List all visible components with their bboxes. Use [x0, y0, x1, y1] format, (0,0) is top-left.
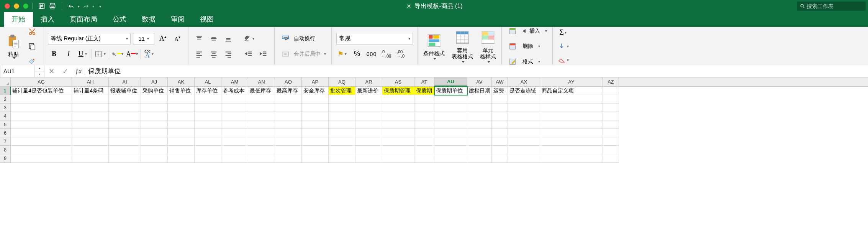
- cell-AN4[interactable]: [248, 112, 275, 120]
- cell-AP7[interactable]: [302, 137, 329, 146]
- cell-AR7[interactable]: [355, 137, 382, 146]
- row-header-4[interactable]: 4: [0, 112, 11, 120]
- column-header-AM[interactable]: AM: [221, 77, 248, 86]
- cell-AN1[interactable]: 最低库存: [248, 87, 275, 95]
- cell-AY9[interactable]: [540, 154, 603, 163]
- cell-AK8[interactable]: [168, 146, 195, 154]
- cell-AK5[interactable]: [168, 120, 195, 129]
- align-center-button[interactable]: [208, 48, 220, 60]
- zoom-window-button[interactable]: [23, 3, 28, 9]
- cell-AQ8[interactable]: [329, 146, 355, 154]
- cell-AW5[interactable]: [492, 120, 508, 129]
- column-header-AT[interactable]: AT: [414, 77, 434, 86]
- align-bottom-button[interactable]: [222, 33, 234, 44]
- cell-AJ7[interactable]: [141, 137, 168, 146]
- column-header-AJ[interactable]: AJ: [141, 77, 168, 86]
- cell-AR3[interactable]: [355, 104, 382, 112]
- cell-AM9[interactable]: [221, 154, 248, 163]
- cell-AI5[interactable]: [109, 120, 141, 129]
- cell-AM8[interactable]: [221, 146, 248, 154]
- cell-AY3[interactable]: [540, 104, 603, 112]
- cell-AN9[interactable]: [248, 154, 275, 163]
- cell-AQ1[interactable]: 批次管理: [329, 87, 355, 95]
- cell-AQ6[interactable]: [329, 129, 355, 137]
- redo-button[interactable]: [80, 1, 91, 12]
- cell-AX5[interactable]: [508, 120, 540, 129]
- cell-AO6[interactable]: [275, 129, 302, 137]
- row-header-5[interactable]: 5: [0, 120, 11, 129]
- clear-button[interactable]: ▾: [557, 54, 570, 66]
- cell-AW2[interactable]: [492, 95, 508, 104]
- row-header-1[interactable]: 1: [0, 87, 11, 95]
- cell-AN7[interactable]: [248, 137, 275, 146]
- copy-button[interactable]: [26, 41, 38, 52]
- cell-AY1[interactable]: 商品自定义项: [540, 87, 603, 95]
- cell-AH1[interactable]: 辅计量4条码: [72, 87, 109, 95]
- cell-AQ5[interactable]: [329, 120, 355, 129]
- cell-AQ2[interactable]: [329, 95, 355, 104]
- tab-数据[interactable]: 数据: [134, 12, 163, 27]
- cell-AO5[interactable]: [275, 120, 302, 129]
- cell-AS5[interactable]: [382, 120, 414, 129]
- row-header-9[interactable]: 9: [0, 154, 11, 163]
- cell-AY8[interactable]: [540, 146, 603, 154]
- row-header-3[interactable]: 3: [0, 104, 11, 112]
- cell-AU4[interactable]: [434, 112, 467, 120]
- cell-AU9[interactable]: [434, 154, 467, 163]
- cell-AX7[interactable]: [508, 137, 540, 146]
- cell-AH8[interactable]: [72, 146, 109, 154]
- cell-AR6[interactable]: [355, 129, 382, 137]
- column-header-AN[interactable]: AN: [248, 77, 275, 86]
- delete-dropdown[interactable]: ▾: [537, 44, 541, 48]
- phonetic-button[interactable]: abcA▾: [143, 48, 156, 60]
- cell-AG5[interactable]: [11, 120, 72, 129]
- comma-button[interactable]: 000: [365, 48, 378, 60]
- cell-AK2[interactable]: [168, 95, 195, 104]
- delete-cells-button[interactable]: [506, 41, 519, 52]
- cell-AJ3[interactable]: [141, 104, 168, 112]
- cell-AZ6[interactable]: [603, 129, 619, 137]
- tab-开始[interactable]: 开始: [4, 12, 33, 27]
- cell-AK4[interactable]: [168, 112, 195, 120]
- cell-AT5[interactable]: [414, 120, 434, 129]
- underline-button[interactable]: U▾: [77, 48, 89, 60]
- cell-AG9[interactable]: [11, 154, 72, 163]
- cell-AL6[interactable]: [195, 129, 221, 137]
- cell-AG8[interactable]: [11, 146, 72, 154]
- cell-AR8[interactable]: [355, 146, 382, 154]
- cell-AJ6[interactable]: [141, 129, 168, 137]
- cell-AQ3[interactable]: [329, 104, 355, 112]
- column-header-AP[interactable]: AP: [302, 77, 329, 86]
- insert-dropdown[interactable]: ▾: [544, 29, 548, 33]
- cell-AG4[interactable]: [11, 112, 72, 120]
- cell-AL2[interactable]: [195, 95, 221, 104]
- cell-AX8[interactable]: [508, 146, 540, 154]
- cell-AX3[interactable]: [508, 104, 540, 112]
- cell-AO2[interactable]: [275, 95, 302, 104]
- cell-AS7[interactable]: [382, 137, 414, 146]
- font-color-button[interactable]: A ▾: [126, 48, 138, 60]
- cell-AV6[interactable]: [467, 129, 492, 137]
- cell-AR5[interactable]: [355, 120, 382, 129]
- cell-AL7[interactable]: [195, 137, 221, 146]
- column-header-AV[interactable]: AV: [467, 77, 492, 86]
- cell-AW4[interactable]: [492, 112, 508, 120]
- cell-AK7[interactable]: [168, 137, 195, 146]
- cell-AI8[interactable]: [109, 146, 141, 154]
- decrease-indent-button[interactable]: [243, 48, 255, 60]
- align-top-button[interactable]: [193, 33, 205, 44]
- cell-AU1[interactable]: 保质期单位: [434, 87, 467, 95]
- cell-AZ5[interactable]: [603, 120, 619, 129]
- cell-AJ4[interactable]: [141, 112, 168, 120]
- cell-AV5[interactable]: [467, 120, 492, 129]
- cell-AV2[interactable]: [467, 95, 492, 104]
- cell-AG3[interactable]: [11, 104, 72, 112]
- cell-AL4[interactable]: [195, 112, 221, 120]
- minimize-window-button[interactable]: [14, 3, 19, 9]
- cell-AJ9[interactable]: [141, 154, 168, 163]
- cell-AM3[interactable]: [221, 104, 248, 112]
- cell-AS2[interactable]: [382, 95, 414, 104]
- cell-AO9[interactable]: [275, 154, 302, 163]
- increase-decimal-button[interactable]: .0←.00: [380, 48, 392, 60]
- column-header-AK[interactable]: AK: [168, 77, 195, 86]
